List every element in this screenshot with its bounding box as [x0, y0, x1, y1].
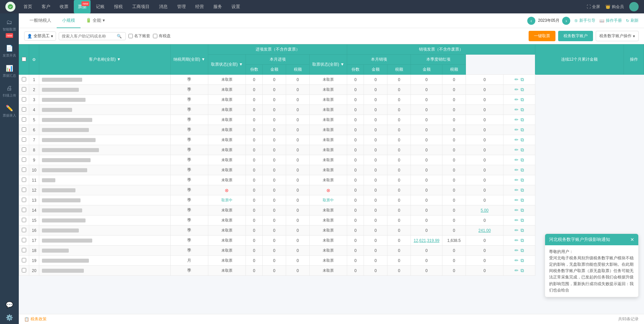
copy-icon[interactable]: ⧉ — [521, 117, 524, 123]
edit-icon[interactable]: ✏ — [515, 197, 519, 203]
tax-policy-link[interactable]: 📋 税务政策 — [24, 316, 47, 322]
tax-digital-account-btn[interactable]: 税务数字账户 — [558, 31, 593, 41]
row-checkbox[interactable] — [22, 168, 26, 172]
row-checkbox[interactable] — [22, 147, 26, 152]
row-checkbox[interactable] — [22, 238, 26, 242]
sidebar-item-chat[interactable]: 💬 — [1, 299, 18, 311]
row-checkbox[interactable] — [22, 208, 26, 212]
edit-icon[interactable]: ✏ — [515, 87, 519, 92]
subtab-all[interactable]: 🔋 全能 ▾ — [80, 13, 110, 28]
under-account-checkbox[interactable] — [128, 34, 133, 38]
filter-under-account[interactable]: 名下账套 — [128, 33, 150, 39]
vip-btn[interactable]: 👑 购会员 — [605, 4, 624, 10]
copy-icon[interactable]: ⧉ — [521, 217, 524, 223]
edit-icon[interactable]: ✏ — [515, 167, 519, 173]
copy-icon[interactable]: ⧉ — [521, 127, 524, 133]
notification-close-btn[interactable]: ✕ — [630, 237, 634, 242]
edit-icon[interactable]: ✏ — [515, 207, 519, 213]
row-checkbox[interactable] — [22, 107, 26, 112]
manual-btn[interactable]: 📖 操作手册 — [599, 18, 622, 23]
nav-message[interactable]: 消息 — [155, 0, 172, 13]
nav-client[interactable]: 客户 — [38, 0, 54, 13]
copy-icon[interactable]: ⧉ — [521, 258, 524, 263]
sidebar-item-smart-ticket[interactable]: 🗂 智能取票 new — [1, 16, 18, 41]
sidebar-item-invoice-entry[interactable]: ✏️ 票据录入 — [1, 102, 18, 121]
row-checkbox[interactable] — [22, 97, 26, 102]
row-checkbox[interactable] — [22, 127, 26, 132]
has-tax-disk-checkbox[interactable] — [153, 34, 157, 38]
nav-service[interactable]: 服务 — [209, 0, 226, 13]
copy-icon[interactable]: ⧉ — [521, 107, 524, 113]
copy-icon[interactable]: ⧉ — [521, 177, 524, 183]
row-checkbox[interactable] — [22, 87, 26, 91]
copy-icon[interactable]: ⧉ — [521, 157, 524, 163]
nav-business[interactable]: 工商项目 — [128, 0, 154, 13]
copy-icon[interactable]: ⧉ — [521, 207, 524, 213]
tax-digital-account-ops-btn[interactable]: 税务数字账户操作 ▾ — [596, 31, 639, 41]
edit-icon[interactable]: ✏ — [515, 97, 519, 103]
row-checkbox[interactable] — [22, 188, 26, 192]
edit-icon[interactable]: ✏ — [515, 238, 519, 243]
row-checkbox[interactable] — [22, 178, 26, 182]
edit-icon[interactable]: ✏ — [515, 187, 519, 193]
subtab-general-taxpayer[interactable]: 一般纳税人 — [24, 13, 57, 28]
row-checkbox[interactable] — [22, 137, 26, 142]
next-period-btn[interactable]: › — [562, 17, 570, 25]
row-checkbox[interactable] — [22, 198, 26, 202]
edit-icon[interactable]: ✏ — [515, 217, 519, 223]
ret-amount-value[interactable]: 12,621,319.99 — [414, 238, 439, 243]
row-checkbox[interactable] — [22, 258, 26, 262]
nav-settings[interactable]: 设置 — [227, 0, 244, 13]
edit-icon[interactable]: ✏ — [515, 228, 519, 233]
edit-icon[interactable]: ✏ — [515, 177, 519, 183]
copy-icon[interactable]: ⧉ — [521, 87, 524, 92]
nav-home[interactable]: 首页 — [19, 0, 36, 13]
sidebar-item-invoice-open[interactable]: 📄 发票开具 — [1, 42, 18, 61]
nav-manage[interactable]: 管理 — [173, 0, 190, 13]
sidebar-item-invoice-summary[interactable]: 📊 票据汇总 — [1, 62, 18, 81]
filter-has-tax-disk[interactable]: 有税盘 — [153, 33, 171, 39]
row-checkbox[interactable] — [22, 268, 26, 272]
edit-icon[interactable]: ✏ — [515, 117, 519, 123]
edit-icon[interactable]: ✏ — [515, 248, 519, 253]
nav-receive[interactable]: 收票 — [56, 0, 72, 13]
fullscreen-btn[interactable]: ⛶ 全屏 — [587, 4, 600, 10]
edit-icon[interactable]: ✏ — [515, 77, 519, 82]
nav-tax[interactable]: 报税 — [110, 0, 127, 13]
edit-icon[interactable]: ✏ — [515, 137, 519, 143]
edit-icon[interactable]: ✏ — [515, 147, 519, 153]
search-input[interactable] — [62, 34, 115, 39]
copy-icon[interactable]: ⧉ — [521, 268, 524, 273]
row-checkbox[interactable] — [22, 77, 26, 81]
row-checkbox[interactable] — [22, 248, 26, 252]
one-click-ticket-btn[interactable]: 一键取票 — [529, 31, 555, 41]
cumulative-value[interactable]: 5.00 — [481, 208, 488, 213]
copy-icon[interactable]: ⧉ — [521, 197, 524, 203]
nav-operation[interactable]: 经营 — [191, 0, 208, 13]
prev-period-btn[interactable]: ‹ — [527, 17, 535, 25]
subtab-small-scale[interactable]: 小规模 — [57, 13, 80, 28]
copy-icon[interactable]: ⧉ — [521, 77, 524, 82]
nav-accounting[interactable]: 记账 — [92, 0, 109, 13]
cumulative-value[interactable]: 241.00 — [478, 228, 491, 233]
copy-icon[interactable]: ⧉ — [521, 167, 524, 173]
employee-filter[interactable]: 👤 全部员工 ▾ — [24, 31, 56, 41]
row-checkbox[interactable] — [22, 117, 26, 122]
edit-icon[interactable]: ✏ — [515, 107, 519, 113]
copy-icon[interactable]: ⧉ — [521, 147, 524, 153]
copy-icon[interactable]: ⧉ — [521, 137, 524, 143]
edit-icon[interactable]: ✏ — [515, 268, 519, 273]
copy-icon[interactable]: ⧉ — [521, 248, 524, 253]
copy-icon[interactable]: ⧉ — [521, 187, 524, 193]
nav-invoice[interactable]: 票据 new — [74, 0, 91, 13]
user-avatar[interactable] — [629, 2, 639, 11]
edit-icon[interactable]: ✏ — [515, 258, 519, 263]
edit-icon[interactable]: ✏ — [515, 127, 519, 133]
sidebar-item-settings[interactable]: ⚙️ — [1, 311, 18, 324]
refresh-btn[interactable]: ↻ 刷新 — [626, 18, 639, 23]
row-checkbox[interactable] — [22, 157, 26, 162]
guide-btn[interactable]: ⑤ 新手引导 — [574, 18, 595, 23]
row-checkbox[interactable] — [22, 218, 26, 222]
copy-icon[interactable]: ⧉ — [521, 238, 524, 243]
select-all-checkbox[interactable] — [22, 57, 26, 61]
